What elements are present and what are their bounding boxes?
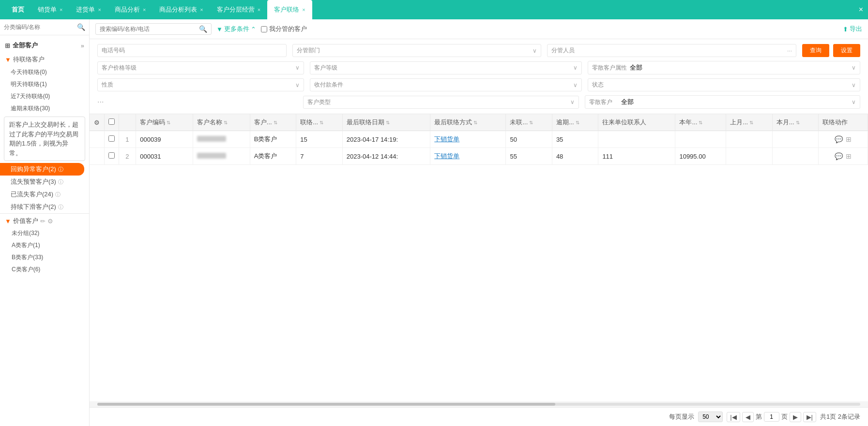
col-contact-sort[interactable]: ⇅ (320, 120, 323, 125)
col-this-month-sort[interactable]: ⇅ (796, 120, 800, 125)
first-page-btn[interactable]: |◀ (727, 412, 740, 422)
advanced-filter: 电话号码 分管部门 ∨ 分管人员 ··· 查询 设置 (90, 39, 868, 114)
value-section-label: 价值客户 (13, 217, 38, 225)
query-button[interactable]: 查询 (802, 44, 829, 57)
gender-dropdown[interactable]: ∨ (295, 82, 300, 88)
last-page-btn[interactable]: ▶| (803, 412, 816, 422)
col-last-method-sort[interactable]: ⇅ (473, 120, 477, 125)
per-page-select[interactable]: 50 100 200 (698, 411, 723, 422)
settings-icon[interactable]: ⚙ (47, 218, 53, 225)
customer-level-dropdown[interactable]: ∨ (573, 64, 578, 71)
row2-chat-icon[interactable]: 💬 (835, 152, 843, 160)
next-page-btn[interactable]: ▶ (790, 412, 801, 422)
col-last-date-sort[interactable]: ⇅ (386, 120, 390, 125)
tab-sales[interactable]: 销货单 × (31, 0, 69, 19)
col-category: 客户... ⇅ (250, 114, 296, 131)
row1-checkbox[interactable] (108, 135, 115, 142)
row2-checkbox[interactable] (108, 152, 115, 159)
filter-bar: 🔍 ▼ 更多条件 ⌃ 我分管的客户 ⬆ 导出 (90, 19, 868, 39)
tab-purchase[interactable]: 进货单 × (69, 0, 107, 19)
gear-icon[interactable]: ⚙ (94, 119, 100, 126)
dept-dropdown-icon[interactable]: ∨ (533, 47, 537, 54)
tab-product-list-close[interactable]: × (200, 7, 203, 13)
tab-customer-contact[interactable]: 客户联络 × (267, 0, 312, 19)
col-gear[interactable]: ⚙ (90, 114, 104, 131)
sidebar-item-a-class[interactable]: A类客户(1) (5, 239, 84, 251)
row1-grid-icon[interactable]: ⊞ (846, 135, 852, 143)
col-category-sort[interactable]: ⇅ (274, 120, 277, 125)
edit-icon[interactable]: ✏ (40, 218, 46, 225)
sidebar-item-b-class[interactable]: B类客户(33) (5, 251, 84, 264)
retail-attr-dropdown[interactable]: ∨ (852, 64, 856, 71)
row1-method-link[interactable]: 下销货单 (434, 135, 459, 143)
filter-row-4: ··· 客户类型 ∨ 零散客户 全部 ∨ (97, 95, 860, 109)
row1-chat-icon[interactable]: 💬 (835, 135, 843, 143)
tab-customer-tier-close[interactable]: × (258, 7, 260, 13)
more-icon[interactable]: ··· (97, 98, 104, 106)
tab-customer-tier[interactable]: 客户分层经营 × (210, 0, 267, 19)
sidebar-section-pending[interactable]: ▼ 待联络客户 (0, 53, 89, 66)
payment-input[interactable] (346, 82, 574, 88)
retail-customer-dropdown[interactable]: ∨ (852, 99, 856, 105)
sidebar-item-tomorrow[interactable]: 明天待联络(1) (0, 78, 89, 90)
sidebar-collapse-icon[interactable]: » (81, 42, 84, 49)
row2-method-link[interactable]: 下销货单 (434, 152, 459, 160)
col-last-month-sort[interactable]: ⇅ (749, 120, 753, 125)
sidebar-item-overdue[interactable]: 逾期未联络(30) (0, 103, 89, 115)
tab-sales-close[interactable]: × (60, 7, 62, 13)
prev-page-btn[interactable]: ◀ (742, 412, 754, 422)
price-level-dropdown[interactable]: ∨ (295, 64, 300, 71)
sidebar-item-c-class[interactable]: C类客户(6) (5, 264, 84, 276)
horizontal-scrollbar[interactable] (90, 401, 868, 407)
customer-type-input[interactable] (339, 99, 570, 105)
price-level-input[interactable] (139, 64, 295, 71)
col-code-sort[interactable]: ⇅ (167, 120, 170, 125)
sidebar-item-churned[interactable]: 已流失客户(24) ⓘ (0, 188, 89, 201)
sidebar-item-repurchase-abnormal[interactable]: 回购异常客户(2) ⓘ (0, 163, 84, 176)
settings-button[interactable]: 设置 (833, 44, 860, 57)
manager-dropdown-icon[interactable]: ··· (787, 47, 792, 54)
col-overdue-sort[interactable]: ⇅ (576, 120, 579, 125)
sidebar-item-7days[interactable]: 近7天待联络(0) (0, 90, 89, 103)
status-dropdown[interactable]: ∨ (852, 82, 856, 88)
sidebar-item-today[interactable]: 今天待联络(0) (0, 66, 89, 78)
filter-dept: 分管部门 ∨ (292, 44, 542, 57)
my-customers-label: 我分管的客户 (269, 25, 307, 33)
main-search-icon[interactable]: 🔍 (199, 25, 207, 33)
tab-home[interactable]: 首页 (5, 0, 31, 19)
sidebar-item-ungroups[interactable]: 未分组(32) (5, 227, 84, 239)
status-input[interactable] (624, 82, 852, 88)
customer-level-input[interactable] (346, 64, 574, 71)
page-input[interactable] (764, 412, 779, 422)
export-button[interactable]: ⬆ 导出 (843, 25, 862, 33)
col-name-sort[interactable]: ⇅ (224, 120, 228, 125)
sidebar-search-input[interactable] (4, 24, 77, 30)
sidebar-search-icon[interactable]: 🔍 (77, 23, 85, 31)
tab-purchase-close[interactable]: × (98, 7, 101, 13)
tab-product-analysis-close[interactable]: × (143, 7, 146, 13)
tab-customer-contact-close[interactable]: × (302, 7, 305, 13)
main-search-input[interactable] (100, 26, 199, 32)
sidebar-item-churn-warning[interactable]: 流失预警客户(3) ⓘ (0, 176, 89, 188)
gender-input[interactable] (134, 82, 295, 88)
filter-icon: ▼ (216, 26, 223, 33)
customer-type-dropdown[interactable]: ∨ (570, 99, 575, 105)
tab-product-analysis[interactable]: 商品分析 × (108, 0, 152, 19)
row2-grid-icon[interactable]: ⊞ (846, 152, 852, 160)
payment-dropdown[interactable]: ∨ (573, 82, 578, 88)
close-all-button[interactable]: × (859, 5, 863, 14)
my-customers-checkbox[interactable] (261, 26, 267, 32)
manager-input[interactable] (583, 47, 787, 54)
value-section-header[interactable]: ▼ 价值客户 ✏ ⚙ (5, 217, 84, 225)
dept-input[interactable] (329, 47, 533, 54)
sidebar-item-declining[interactable]: 持续下滑客户(2) ⓘ (0, 201, 89, 213)
more-conditions-button[interactable]: ▼ 更多条件 ⌃ (216, 25, 256, 33)
tab-product-list[interactable]: 商品分析列表 × (152, 0, 210, 19)
scrollbar-thumb[interactable] (97, 403, 555, 406)
col-this-year-sort[interactable]: ⇅ (699, 120, 702, 125)
tree-root-all-customers[interactable]: ⊞ 全部客户 » (0, 38, 89, 53)
tab-customer-tier-label: 客户分层经营 (217, 5, 255, 14)
col-unpaid-sort[interactable]: ⇅ (529, 120, 533, 125)
select-all-checkbox[interactable] (108, 118, 115, 125)
phone-input[interactable] (134, 47, 282, 54)
